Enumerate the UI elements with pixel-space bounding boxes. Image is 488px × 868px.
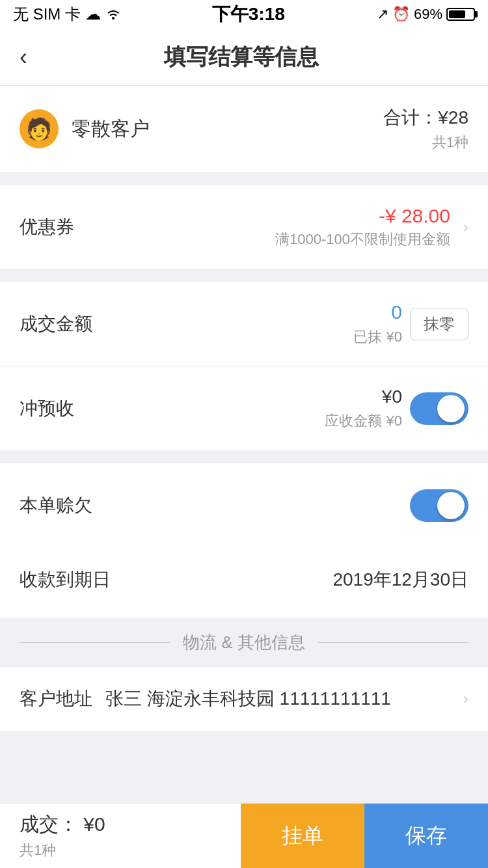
coupon-section: 优惠券 -¥ 28.00 满1000-100不限制使用金额 › <box>0 185 488 269</box>
footer-count: 共1种 <box>20 841 221 860</box>
transaction-erased: 已抹 ¥0 <box>353 327 402 347</box>
erase-button[interactable]: 抹零 <box>410 308 468 340</box>
due-date-row: 收款到期日 2019年12月30日 <box>0 548 488 618</box>
transaction-amount-area: 0 已抹 ¥0 <box>353 301 402 347</box>
customer-name: 零散客户 <box>72 116 150 142</box>
prepayment-row: 冲预收 ¥0 应收金额 ¥0 <box>0 367 488 450</box>
status-right: ↗ ⏰ 69% <box>377 6 475 23</box>
coupon-discount: -¥ 28.00 <box>275 205 450 227</box>
prepayment-sub: 应收金额 ¥0 <box>325 411 402 431</box>
coupon-row[interactable]: 优惠券 -¥ 28.00 满1000-100不限制使用金额 › <box>0 185 488 269</box>
hang-order-button[interactable]: 挂单 <box>241 804 364 868</box>
divider-2 <box>0 450 488 463</box>
customer-avatar: 🧑 <box>20 109 59 148</box>
coupon-sub: 满1000-100不限制使用金额 <box>275 230 450 249</box>
prepayment-label: 冲预收 <box>20 396 74 421</box>
transaction-right: 0 已抹 ¥0 抹零 <box>353 301 468 347</box>
prepayment-right: ¥0 应收金额 ¥0 <box>325 387 468 431</box>
footer-amount: 成交： ¥0 <box>20 811 221 838</box>
due-date-label: 收款到期日 <box>20 567 111 592</box>
status-bar: 无 SIM 卡 ☁ 下午3:18 ↗ ⏰ 69% <box>0 0 488 29</box>
customer-left: 🧑 零散客户 <box>20 109 150 148</box>
address-label: 客户地址 <box>20 686 92 711</box>
footer-transaction-value: ¥0 <box>83 813 105 835</box>
logistics-title: 物流 & 其他信息 <box>183 631 305 654</box>
transaction-value[interactable]: 0 <box>391 301 402 323</box>
status-left: 无 SIM 卡 ☁ <box>13 4 120 25</box>
address-section: 客户地址 张三 海淀永丰科技园 11111111111 › <box>0 667 488 731</box>
location-icon: ↗ <box>377 6 388 23</box>
coupon-chevron-icon: › <box>463 218 468 236</box>
customer-total: 合计：¥28 <box>383 105 468 130</box>
debt-toggle[interactable] <box>410 489 468 522</box>
address-chevron-icon: › <box>463 690 468 708</box>
save-button[interactable]: 保存 <box>364 804 488 868</box>
nav-bar: ‹ 填写结算等信息 <box>0 29 488 86</box>
customer-count: 共1种 <box>383 133 468 152</box>
customer-section: 🧑 零散客户 合计：¥28 共1种 <box>0 86 488 172</box>
transaction-label: 成交金额 <box>20 312 92 336</box>
debt-section: 本单赊欠 收款到期日 2019年12月30日 <box>0 463 488 618</box>
logistics-header: 物流 & 其他信息 <box>0 618 488 667</box>
no-sim-label: 无 SIM 卡 ☁ <box>13 4 101 25</box>
transaction-row: 成交金额 0 已抹 ¥0 抹零 <box>0 282 488 367</box>
page-title: 填写结算等信息 <box>40 42 442 72</box>
wifi-icon <box>106 5 120 23</box>
customer-row: 🧑 零散客户 合计：¥28 共1种 <box>0 86 488 172</box>
prepayment-value-area: ¥0 应收金额 ¥0 <box>325 387 402 431</box>
divider-1 <box>0 269 488 282</box>
back-button[interactable]: ‹ <box>20 37 40 77</box>
logistics-line-right <box>318 642 468 643</box>
alarm-icon: ⏰ <box>392 6 410 23</box>
footer-info: 成交： ¥0 共1种 <box>0 804 241 868</box>
coupon-right: -¥ 28.00 满1000-100不限制使用金额 › <box>275 205 468 249</box>
debt-row: 本单赊欠 <box>0 463 488 548</box>
address-value: 张三 海淀永丰科技园 11111111111 <box>105 686 445 711</box>
logistics-line-left <box>20 642 170 643</box>
customer-right: 合计：¥28 共1种 <box>383 105 468 152</box>
coupon-value-area: -¥ 28.00 满1000-100不限制使用金额 <box>275 205 450 249</box>
footer-transaction-label: 成交： <box>20 813 78 835</box>
prepayment-toggle-knob <box>437 395 465 422</box>
battery-percent: 69% <box>414 6 442 23</box>
battery-icon <box>446 8 475 21</box>
avatar-icon: 🧑 <box>26 116 52 141</box>
coupon-label: 优惠券 <box>20 215 74 239</box>
transaction-section: 成交金额 0 已抹 ¥0 抹零 冲预收 ¥0 应收金额 ¥0 <box>0 282 488 450</box>
due-date-value: 2019年12月30日 <box>332 567 468 592</box>
debt-label: 本单赊欠 <box>20 493 92 518</box>
prepayment-toggle[interactable] <box>410 392 468 425</box>
address-row[interactable]: 客户地址 张三 海淀永丰科技园 11111111111 › <box>0 667 488 731</box>
status-time: 下午3:18 <box>212 2 285 27</box>
footer: 成交： ¥0 共1种 挂单 保存 <box>0 803 488 868</box>
debt-toggle-knob <box>437 492 465 519</box>
prepayment-value: ¥0 <box>382 387 402 407</box>
debt-toggle-area <box>410 489 468 522</box>
